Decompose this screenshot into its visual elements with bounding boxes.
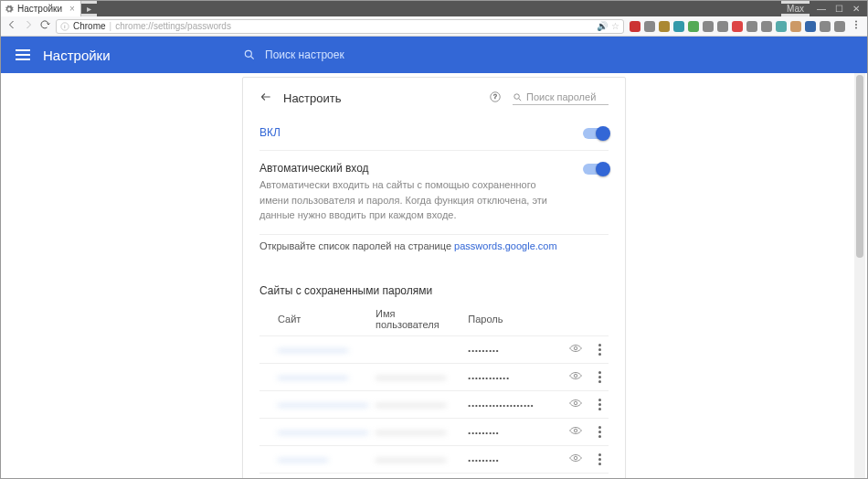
- extension-icon[interactable]: [688, 21, 699, 32]
- row-menu-button[interactable]: [595, 426, 605, 438]
- passwords-table: Сайт Имя пользователя Пароль ———————••••…: [259, 303, 609, 480]
- extension-icon[interactable]: [761, 21, 772, 32]
- col-site: Сайт: [259, 303, 372, 336]
- nav-forward-button[interactable]: [23, 19, 34, 33]
- extension-icon[interactable]: [790, 21, 801, 32]
- site-cell[interactable]: —————————: [278, 399, 368, 410]
- tab-close-icon[interactable]: ×: [69, 4, 75, 14]
- svg-point-10: [574, 374, 577, 378]
- show-password-button[interactable]: [569, 426, 582, 437]
- extension-icon[interactable]: [703, 21, 714, 32]
- browser-tab[interactable]: Настройки ×: [1, 1, 81, 16]
- nav-reload-button[interactable]: [39, 19, 50, 33]
- card-title: Настроить: [283, 91, 478, 105]
- scrollbar[interactable]: [854, 73, 865, 479]
- svg-point-9: [574, 346, 577, 350]
- svg-point-4: [855, 27, 857, 29]
- app-title: Настройки: [43, 48, 111, 63]
- user-cell: ———————: [376, 453, 446, 464]
- extension-icon[interactable]: [732, 21, 743, 32]
- svg-point-13: [574, 456, 577, 460]
- tab-title: Настройки: [17, 4, 62, 14]
- passwords-google-link[interactable]: passwords.google.com: [454, 240, 557, 251]
- password-cell: •••••••••: [468, 429, 499, 437]
- table-row: ——————————————••••••••••••: [259, 363, 609, 390]
- browser-menu-button[interactable]: [851, 19, 862, 33]
- table-row: ———————•••••••••: [259, 335, 609, 363]
- settings-search-input[interactable]: [265, 48, 539, 61]
- site-cell[interactable]: ———————: [278, 371, 348, 382]
- row-menu-button[interactable]: [595, 371, 605, 383]
- bookmark-star-icon[interactable]: ☆: [611, 21, 619, 31]
- password-cell: •••••••••: [468, 456, 499, 464]
- password-save-toggle[interactable]: [583, 128, 609, 139]
- site-cell[interactable]: ———————: [278, 344, 348, 355]
- search-icon: [243, 48, 256, 61]
- extension-icon[interactable]: [673, 21, 684, 32]
- saved-section-title: Сайты с сохраненными паролями: [259, 268, 609, 303]
- link-line-text: Открывайте список паролей на странице: [259, 240, 454, 251]
- site-cell[interactable]: —————: [278, 453, 328, 464]
- svg-text:?: ?: [493, 93, 497, 100]
- window-maximize[interactable]: ☐: [835, 4, 843, 14]
- password-cell: •••••••••••••••••••: [468, 401, 534, 410]
- extension-icon[interactable]: [717, 21, 728, 32]
- table-row: ————————————————•••••••••••••••••••: [259, 390, 609, 418]
- passwords-card: Настроить ? ВКЛ Автоматический вход Авто…: [242, 77, 626, 479]
- svg-text:i: i: [64, 24, 65, 29]
- toggle-on-label: ВКЛ: [259, 126, 281, 139]
- new-tab-button[interactable]: ▸: [81, 4, 97, 14]
- user-cell: ———————: [376, 399, 446, 410]
- row-menu-button[interactable]: [595, 453, 605, 465]
- window-close[interactable]: ✕: [852, 4, 860, 14]
- col-password: Пароль: [464, 303, 556, 336]
- password-search-wrap: [513, 91, 609, 105]
- autosignin-toggle[interactable]: [583, 164, 609, 175]
- tts-icon[interactable]: 🔊: [597, 21, 608, 31]
- row-menu-button[interactable]: [595, 344, 605, 356]
- window-minimize[interactable]: —: [817, 4, 826, 14]
- gear-icon: [5, 5, 14, 14]
- extension-icon[interactable]: [805, 21, 816, 32]
- info-icon: i: [60, 22, 69, 31]
- show-password-button[interactable]: [569, 399, 582, 410]
- extension-icons: [630, 21, 845, 32]
- password-search-input[interactable]: [526, 91, 609, 102]
- url-security: Chrome: [73, 21, 106, 31]
- extension-icon[interactable]: [834, 21, 845, 32]
- address-bar[interactable]: i Chrome | chrome://settings/passwords 🔊…: [56, 19, 624, 34]
- extension-icon[interactable]: [630, 21, 640, 32]
- autosignin-desc: Автоматически входить на сайты с помощью…: [259, 177, 552, 223]
- password-cell: •••••••••: [468, 346, 499, 355]
- extension-icon[interactable]: [659, 21, 670, 32]
- app-header: Настройки: [1, 37, 867, 73]
- extension-icon[interactable]: [776, 21, 787, 32]
- extension-icon[interactable]: [746, 21, 757, 32]
- svg-point-5: [245, 50, 251, 57]
- svg-point-3: [855, 24, 857, 26]
- window-user: Max: [781, 4, 810, 14]
- user-cell: ———————: [376, 371, 446, 382]
- site-cell[interactable]: —————————: [278, 426, 368, 437]
- browser-toolbar: i Chrome | chrome://settings/passwords 🔊…: [1, 16, 867, 37]
- user-cell: ———————: [376, 426, 446, 437]
- menu-button[interactable]: [16, 49, 30, 60]
- password-cell: ••••••••••••: [468, 374, 510, 382]
- search-icon: [513, 92, 523, 102]
- table-row: ————————————————•••••••••: [259, 418, 609, 445]
- table-row: ————————————•••••••••: [259, 445, 609, 473]
- help-icon[interactable]: ?: [489, 90, 502, 106]
- autosignin-title: Автоматический вход: [259, 162, 552, 175]
- row-menu-button[interactable]: [595, 399, 605, 410]
- window-titlebar: Настройки × ▸ Max — ☐ ✕: [1, 1, 867, 16]
- show-password-button[interactable]: [569, 453, 582, 464]
- show-password-button[interactable]: [569, 371, 582, 382]
- col-user: Имя пользователя: [372, 303, 464, 336]
- extension-icon[interactable]: [820, 21, 831, 32]
- extension-icon[interactable]: [644, 21, 655, 32]
- show-password-button[interactable]: [569, 344, 582, 355]
- table-row: —————•••••••: [259, 473, 609, 479]
- svg-point-8: [514, 93, 520, 99]
- nav-back-button[interactable]: [6, 19, 17, 33]
- back-button[interactable]: [259, 90, 272, 106]
